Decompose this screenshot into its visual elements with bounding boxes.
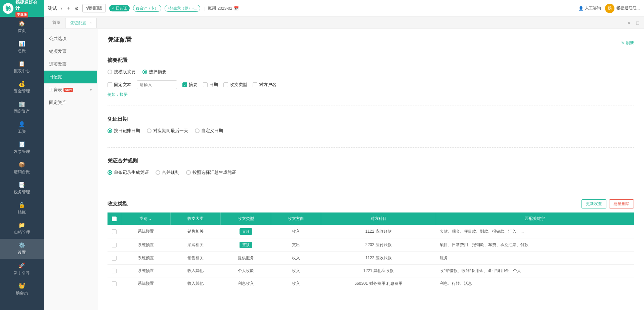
radio-period-last[interactable]: 对应期间最后一天 xyxy=(147,128,188,134)
table-header-main-type: 收支大类 xyxy=(170,212,220,225)
topbar-certified-tag: ✓ 已认证 xyxy=(109,5,130,11)
tab-home[interactable]: 首页 xyxy=(48,18,65,28)
sidebar-label-4: 固定资产 xyxy=(14,109,30,114)
menu-item-0[interactable]: 公共选项 xyxy=(44,32,97,45)
revenue-header: 收支类型 更新权查 批量删除 xyxy=(108,199,634,208)
topbar-period: 账期 2023-02 📅 xyxy=(208,5,239,11)
topbar-settings-icon[interactable]: ⚙ xyxy=(75,6,79,11)
radio-select-summary[interactable]: 选择摘要 xyxy=(142,69,166,75)
sidebar-item-报表中心[interactable]: 📋 报表中心 xyxy=(0,57,44,77)
topbar-old-version-button[interactable]: 切到旧版 xyxy=(82,4,106,12)
revenue-table: 类别 ⌄ 收支大类 收支类型 收支方向 对方科目 匹配关键字 系统预置 销售相关… xyxy=(108,212,634,290)
menu-label-0: 公共选项 xyxy=(49,36,67,42)
cell-category-1: 系统预置 xyxy=(121,238,170,252)
table-header-account: 对方科目 xyxy=(321,212,436,225)
radio-select-label: 选择摘要 xyxy=(149,69,166,75)
topbar-title: 测试 xyxy=(48,5,57,11)
service-button[interactable]: 👤 人工咨询 xyxy=(578,5,601,11)
table-header-category: 类别 ⌄ xyxy=(121,212,170,225)
cell-sub-type-1: 置顶 xyxy=(221,238,271,252)
sidebar-icon-5: 👤 xyxy=(18,121,25,127)
voucher-date-section: 凭证日期 按日记账日期 对应期间最后一天 自定义日期 xyxy=(108,116,634,148)
top-tag-button-1[interactable]: 置顶 xyxy=(240,242,252,248)
cell-sub-type-2: 提供服务 xyxy=(221,252,271,265)
row-checkbox-4[interactable] xyxy=(112,281,117,286)
row-checkbox-2[interactable] xyxy=(112,256,117,261)
checkbox-fixed-label: 固定文本 xyxy=(114,82,131,88)
sidebar-item-固定资产[interactable]: 🏢 固定资产 xyxy=(0,98,44,118)
radio-custom-date[interactable]: 自定义日期 xyxy=(195,128,223,134)
menu-item-1[interactable]: 销项发票 xyxy=(44,45,97,58)
top-tag-button-0[interactable]: 置顶 xyxy=(240,228,252,235)
table-row: 系统预置 收入其他 利息收入 收入 660301 财务费用 利息费用 利息、行转… xyxy=(108,277,634,290)
period-label: 账期 xyxy=(208,5,216,11)
radio-summary-label: 按照选择汇总生成凭证 xyxy=(192,169,236,176)
revenue-title: 收支类型 xyxy=(108,201,128,207)
revenue-actions: 更新权查 批量删除 xyxy=(582,199,634,208)
update-button[interactable]: 更新权查 xyxy=(582,199,606,208)
topbar-product-tag: 好会计（专） xyxy=(133,5,161,12)
topbar-add-icon[interactable]: ＋ xyxy=(66,5,71,12)
refresh-icon: ↻ xyxy=(621,41,625,45)
logo-main-text: 畅捷通好会计 xyxy=(15,0,41,11)
radio-single-record[interactable]: 单条记录生成凭证 xyxy=(108,169,149,176)
checkbox-date-label: 日期 xyxy=(209,82,218,88)
sidebar-item-发票管理[interactable]: 🧾 发票管理 xyxy=(0,138,44,158)
cell-category-4: 系统预置 xyxy=(121,277,170,290)
menu-item-3[interactable]: 日记账 xyxy=(44,71,97,83)
sidebar-icon-9: 🔒 xyxy=(18,202,25,208)
radio-journal-date[interactable]: 按日记账日期 xyxy=(108,128,140,134)
sidebar-item-总账[interactable]: 📊 总账 xyxy=(0,37,44,57)
menu-item-2[interactable]: 进项发票 xyxy=(44,58,97,71)
tab-close-icon[interactable]: × xyxy=(89,21,91,25)
sidebar-label-0: 首页 xyxy=(18,28,26,34)
batch-delete-button[interactable]: 批量删除 xyxy=(609,199,634,208)
row-checkbox-0[interactable] xyxy=(112,229,117,234)
cell-category-3: 系统预置 xyxy=(121,265,170,277)
refresh-button[interactable]: ↻ 刷新 xyxy=(621,40,634,46)
menu-label-5: 固定资产 xyxy=(49,100,67,106)
sidebar-label-12: 新手引导 xyxy=(14,270,30,276)
sidebar-item-设置[interactable]: ⚙️ 设置 xyxy=(0,239,44,259)
sidebar-item-畅会员[interactable]: 👑 畅会员 xyxy=(0,279,44,299)
voucher-date-title: 凭证日期 xyxy=(108,116,634,122)
sidebar-item-税务管理[interactable]: 📑 税务管理 xyxy=(0,178,44,198)
menu-item-5[interactable]: 固定资产 xyxy=(44,96,97,109)
page-title: 凭证配置 xyxy=(108,36,132,44)
sidebar-item-资金管理[interactable]: 💰 资金管理 xyxy=(0,77,44,98)
sidebar-item-归档管理[interactable]: 📁 归档管理 xyxy=(0,219,44,239)
sidebar-item-新手引导[interactable]: 🚀 新手引导 xyxy=(0,259,44,279)
radio-summary-generate[interactable]: 按照选择汇总生成凭证 xyxy=(186,169,236,176)
menu-item-4[interactable]: 工资表NEW▾ xyxy=(44,83,97,96)
cell-main-type-1: 采购相关 xyxy=(170,238,220,252)
sidebar-icon-4: 🏢 xyxy=(18,101,25,107)
radio-template-label: 按模版摘要 xyxy=(114,69,136,75)
sidebar-item-首页[interactable]: 🏠 首页 xyxy=(0,17,44,37)
window-maximize-button[interactable]: □ xyxy=(634,19,641,27)
checkbox-income-type[interactable]: 收支类型 xyxy=(223,82,247,88)
fixed-text-input[interactable] xyxy=(137,80,177,89)
checkbox-date[interactable]: 日期 xyxy=(203,82,218,88)
row-checkbox-1[interactable] xyxy=(112,243,117,247)
tabbar: 首页 凭证配置 × × □ xyxy=(44,17,644,29)
header-checkbox[interactable] xyxy=(112,217,117,221)
checkbox-summary[interactable]: ✓ 摘要 xyxy=(182,82,198,88)
calendar-icon[interactable]: 📅 xyxy=(234,6,239,11)
topbar-dropdown-icon[interactable]: ▾ xyxy=(60,6,62,11)
table-row: 系统预置 销售相关 提供服务 收入 1122 应收账款 服务 xyxy=(108,252,634,265)
main-area: 测试 ▾ ＋ ⚙ 切到旧版 ✓ 已认证 好会计（专） +好生意（标）+... |… xyxy=(44,0,644,310)
sidebar-item-进销台账[interactable]: 📦 进销台账 xyxy=(0,158,44,178)
checkbox-counterparty[interactable]: 对方户名 xyxy=(253,82,276,88)
radio-merge-rule[interactable]: 合并规则 xyxy=(156,169,179,176)
radio-template-summary[interactable]: 按模版摘要 xyxy=(108,69,136,75)
cell-keywords-2: 服务 xyxy=(436,252,634,265)
sidebar-item-结账[interactable]: 🔒 结账 xyxy=(0,198,44,219)
row-checkbox-3[interactable] xyxy=(112,269,117,273)
sidebar-item-工资[interactable]: 👤 工资 xyxy=(0,118,44,138)
radio-select-circle xyxy=(142,70,147,74)
window-close-button[interactable]: × xyxy=(625,19,633,27)
cell-direction-4: 收入 xyxy=(271,277,321,290)
checkbox-fixed-text[interactable]: 固定文本 xyxy=(108,82,131,88)
tab-voucher-config[interactable]: 凭证配置 × xyxy=(65,18,97,28)
sidebar-icon-7: 📦 xyxy=(18,161,25,168)
